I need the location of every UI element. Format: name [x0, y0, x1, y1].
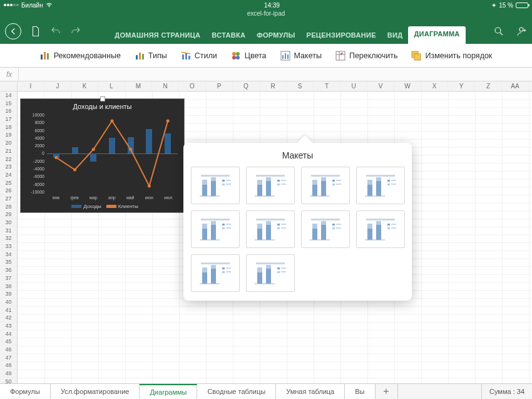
- ribbon-tab-домашняя страница[interactable]: ДОМАШНЯЯ СТРАНИЦА: [109, 28, 206, 44]
- row-header[interactable]: 40: [0, 298, 17, 306]
- row-header[interactable]: 22: [0, 155, 17, 163]
- row-header[interactable]: 20: [0, 139, 17, 147]
- row-header[interactable]: 17: [0, 115, 17, 123]
- layout-option[interactable]: [246, 167, 295, 204]
- row-header[interactable]: 43: [0, 322, 17, 330]
- row-header[interactable]: 47: [0, 354, 17, 362]
- row-header[interactable]: 18: [0, 123, 17, 132]
- sheet-tab[interactable]: Умная таблица: [276, 384, 345, 399]
- layout-option[interactable]: [246, 254, 295, 292]
- ribbon-tab-вставка[interactable]: ВСТАВКА: [206, 28, 251, 44]
- row-header[interactable]: 42: [0, 314, 17, 322]
- column-header[interactable]: R: [260, 81, 287, 91]
- row-header[interactable]: 32: [0, 234, 17, 242]
- recommended-button[interactable]: Рекомендованные: [40, 51, 121, 61]
- row-header[interactable]: 21: [0, 147, 17, 155]
- column-header[interactable]: P: [206, 81, 233, 91]
- row-header[interactable]: 44: [0, 330, 17, 338]
- spreadsheet-grid[interactable]: IJKLMNOPQRSTUVWXYZAA 1415161718192021222…: [0, 81, 532, 392]
- column-header[interactable]: L: [98, 81, 125, 91]
- sheet-tab[interactable]: Усл.форматирование: [51, 384, 140, 399]
- row-header[interactable]: 24: [0, 171, 17, 179]
- column-header[interactable]: U: [340, 81, 367, 91]
- sheet-tab[interactable]: Диаграммы: [140, 384, 197, 399]
- column-header[interactable]: AA: [502, 81, 529, 91]
- row-header[interactable]: 29: [0, 210, 17, 219]
- column-header[interactable]: O: [179, 81, 206, 91]
- reorder-button[interactable]: Изменить порядок: [411, 51, 492, 61]
- sheet-tab[interactable]: Вы: [345, 384, 375, 399]
- styles-button[interactable]: Стили: [181, 51, 217, 61]
- row-header[interactable]: 45: [0, 338, 17, 346]
- column-header[interactable]: W: [394, 81, 421, 91]
- row-header[interactable]: 35: [0, 258, 17, 266]
- ribbon-tab-рецензирование[interactable]: РЕЦЕНЗИРОВАНИЕ: [301, 28, 382, 44]
- row-header[interactable]: 48: [0, 361, 17, 370]
- redo-icon[interactable]: [70, 26, 81, 37]
- layout-option[interactable]: [191, 167, 240, 204]
- ribbon-tab-диаграмма[interactable]: ДИАГРАММА: [408, 26, 465, 44]
- switch-icon: [335, 51, 345, 61]
- row-header[interactable]: 41: [0, 306, 17, 314]
- types-button[interactable]: Типы: [135, 51, 167, 61]
- share-icon[interactable]: [516, 26, 527, 37]
- ribbon-tab-формулы[interactable]: ФОРМУЛЫ: [251, 28, 300, 44]
- row-header[interactable]: 36: [0, 266, 17, 274]
- embedded-chart[interactable]: Доходы и клиенты 1000080006000400020000-…: [20, 98, 185, 213]
- row-header[interactable]: 31: [0, 227, 17, 235]
- column-header[interactable]: Q: [233, 81, 260, 91]
- ribbon-tab-вид[interactable]: ВИД: [382, 28, 409, 44]
- svg-rect-110: [202, 272, 207, 284]
- column-header[interactable]: Y: [448, 81, 475, 91]
- layout-option[interactable]: [191, 210, 240, 248]
- colors-button[interactable]: Цвета: [231, 51, 267, 61]
- row-header[interactable]: 25: [0, 179, 17, 187]
- row-header[interactable]: 26: [0, 187, 17, 195]
- layout-option[interactable]: [191, 254, 240, 292]
- row-header[interactable]: 23: [0, 163, 17, 171]
- add-sheet-button[interactable]: +: [376, 384, 398, 399]
- row-header[interactable]: 19: [0, 131, 17, 139]
- row-header[interactable]: 16: [0, 107, 17, 115]
- column-header[interactable]: J: [44, 81, 71, 91]
- row-header[interactable]: 38: [0, 282, 17, 291]
- sheet-tab[interactable]: Формулы: [0, 384, 51, 399]
- svg-rect-104: [387, 224, 390, 225]
- layout-option[interactable]: [356, 167, 405, 204]
- layout-option[interactable]: [356, 210, 405, 248]
- row-header[interactable]: 39: [0, 290, 17, 298]
- formula-bar[interactable]: fx: [0, 68, 532, 81]
- back-button[interactable]: [5, 23, 21, 39]
- column-header[interactable]: Z: [475, 81, 502, 91]
- row-header[interactable]: 37: [0, 274, 17, 282]
- switch-button[interactable]: Переключить: [335, 51, 398, 61]
- row-header[interactable]: 27: [0, 195, 17, 203]
- column-header[interactable]: T: [314, 81, 340, 91]
- layout-option[interactable]: [246, 210, 295, 248]
- row-header[interactable]: 34: [0, 251, 17, 259]
- svg-point-12: [236, 52, 240, 56]
- row-header[interactable]: 15: [0, 100, 17, 108]
- row-header[interactable]: 49: [0, 370, 17, 378]
- column-header[interactable]: V: [367, 81, 394, 91]
- svg-rect-6: [139, 53, 141, 60]
- column-header[interactable]: I: [18, 81, 44, 91]
- layouts-button[interactable]: Макеты: [280, 51, 322, 61]
- column-header[interactable]: S: [287, 81, 314, 91]
- column-header[interactable]: X: [421, 81, 448, 91]
- column-header[interactable]: M: [125, 81, 152, 91]
- column-header[interactable]: N: [152, 81, 179, 91]
- row-header[interactable]: 30: [0, 219, 17, 227]
- search-icon[interactable]: [493, 26, 504, 37]
- file-icon[interactable]: [30, 26, 41, 37]
- layout-option[interactable]: [301, 210, 350, 248]
- row-header[interactable]: 46: [0, 346, 17, 354]
- layout-option[interactable]: [301, 167, 350, 204]
- resize-handle-top[interactable]: [100, 96, 105, 101]
- row-header[interactable]: 14: [0, 91, 17, 100]
- column-header[interactable]: K: [71, 81, 98, 91]
- row-header[interactable]: 33: [0, 242, 17, 251]
- sheet-tab[interactable]: Сводные таблицы: [197, 384, 276, 399]
- undo-icon[interactable]: [50, 26, 61, 37]
- row-header[interactable]: 28: [0, 203, 17, 211]
